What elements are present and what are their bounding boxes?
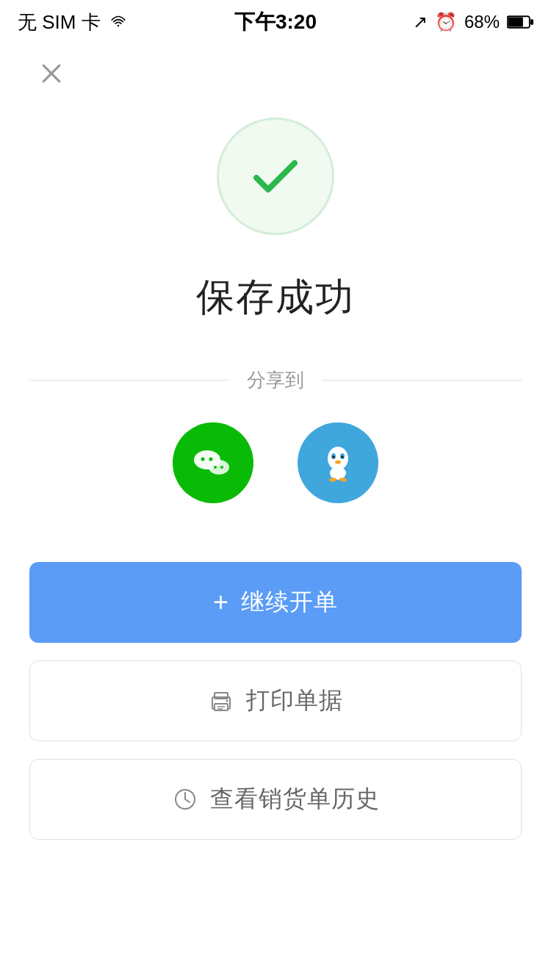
svg-point-15 xyxy=(332,455,335,458)
divider-line-left xyxy=(29,380,229,381)
actions-container: + 继续开单 打印单据 查看销货单历史 xyxy=(0,562,551,840)
wifi-icon xyxy=(108,15,129,29)
continue-label: 继续开单 xyxy=(241,586,338,619)
success-title: 保存成功 xyxy=(196,272,355,323)
svg-rect-2 xyxy=(508,18,523,27)
status-right: ↗ ⏰ 68% xyxy=(413,12,533,32)
status-bar: 无 SIM 卡 下午3:20 ↗ ⏰ 68% xyxy=(0,0,551,44)
direction-icon: ↗ xyxy=(413,12,428,32)
clock-icon xyxy=(172,786,198,813)
close-button[interactable] xyxy=(29,51,73,96)
history-label: 查看销货单历史 xyxy=(210,783,380,815)
svg-point-16 xyxy=(341,455,344,458)
wechat-share-button[interactable] xyxy=(173,422,253,503)
continue-button[interactable]: + 继续开单 xyxy=(29,562,522,643)
share-divider: 分享到 xyxy=(0,367,551,393)
svg-point-9 xyxy=(209,458,213,461)
success-icon-circle xyxy=(217,118,334,235)
svg-point-11 xyxy=(220,466,223,469)
svg-point-18 xyxy=(330,466,346,480)
battery-icon xyxy=(507,15,533,29)
status-left: 无 SIM 卡 xyxy=(18,10,129,35)
divider-line-right xyxy=(322,380,522,381)
status-time: 下午3:20 xyxy=(234,8,317,36)
qq-icon xyxy=(314,439,361,486)
printer-icon xyxy=(208,688,234,714)
print-label: 打印单据 xyxy=(246,685,343,717)
continue-plus-icon: + xyxy=(213,587,229,618)
battery-label: 68% xyxy=(464,12,500,32)
svg-point-0 xyxy=(117,25,119,27)
qq-share-button[interactable] xyxy=(298,422,378,503)
history-button[interactable]: 查看销货单历史 xyxy=(29,759,522,840)
print-button[interactable]: 打印单据 xyxy=(29,660,522,741)
alarm-icon: ⏰ xyxy=(435,12,457,32)
main-content: 保存成功 分享到 xyxy=(0,44,551,840)
checkmark-icon xyxy=(246,147,305,206)
wechat-icon xyxy=(190,439,237,486)
svg-point-10 xyxy=(214,466,217,469)
svg-point-7 xyxy=(209,460,229,475)
svg-rect-3 xyxy=(530,19,533,25)
svg-point-17 xyxy=(335,461,341,464)
svg-point-8 xyxy=(201,458,205,461)
svg-point-26 xyxy=(226,700,228,702)
no-sim-label: 无 SIM 卡 xyxy=(18,10,101,35)
share-label: 分享到 xyxy=(229,367,322,393)
share-row xyxy=(173,422,378,503)
